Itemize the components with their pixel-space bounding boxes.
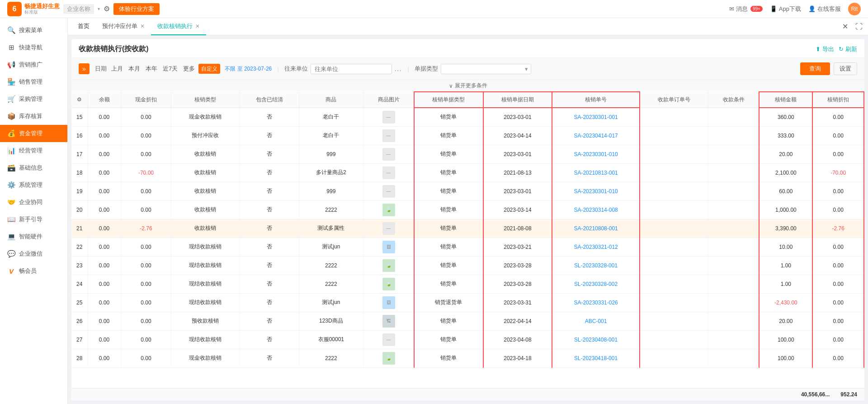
cell-collection-condition	[708, 163, 760, 182]
counterparty-input[interactable]	[311, 64, 392, 74]
tab-home[interactable]: 首页	[71, 18, 96, 35]
app-icon: 📱	[770, 5, 777, 12]
cell-writeoff-amount: 20.00	[759, 145, 812, 163]
cell-writeoff-doc-no[interactable]: SL-20230328-002	[552, 275, 640, 293]
filter-expand-button[interactable]: »	[79, 63, 90, 74]
cell-writeoff-discount: 0.00	[812, 349, 864, 367]
date-7days[interactable]: 近7天	[161, 64, 179, 74]
sidebar-item-system[interactable]: ⚙️ 系统管理	[0, 176, 67, 194]
sidebar-item-finance[interactable]: 💰 资金管理	[0, 125, 67, 142]
cell-writeoff-doc-no[interactable]: SL-20230328-001	[552, 256, 640, 275]
messages-item[interactable]: ✉ 消息 99+	[729, 5, 763, 13]
tab-collection[interactable]: 收款核销执行 ✕	[151, 18, 206, 35]
cell-product-img: 🖼	[363, 293, 414, 312]
cell-balance: 0.00	[88, 293, 121, 312]
sidebar-item-hardware[interactable]: 💻 智能硬件	[0, 228, 67, 245]
doctype-select[interactable]	[441, 64, 531, 74]
sidebar-item-wechat[interactable]: 💬 企业微信	[0, 245, 67, 262]
th-cash-discount: 现金折扣	[121, 92, 171, 108]
table-row: 28 0.00 0.00 现金收款核销 否 2222 🍃 销货单 2023-04…	[71, 349, 864, 367]
cell-collection-order-no	[640, 330, 708, 349]
cell-writeoff-doc-type: 销货单	[414, 219, 483, 238]
sidebar-label-member: 畅会员	[19, 267, 37, 275]
settings-icon[interactable]: ⚙	[104, 5, 110, 13]
trial-button[interactable]: 体验行业方案	[113, 3, 160, 15]
tabs-right: ✕ ⛶	[840, 22, 864, 31]
cell-writeoff-doc-no[interactable]: SA-20210808-001	[552, 219, 640, 238]
cell-writeoff-doc-no[interactable]: SL-20230408-001	[552, 330, 640, 349]
cell-product-img: —	[363, 330, 414, 349]
date-label: 日期	[95, 65, 107, 73]
th-writeoff-discount: 核销折扣	[812, 92, 864, 108]
footer-writeoff-discount: 952.24	[840, 391, 857, 398]
filter-divider-1: |	[277, 66, 278, 72]
refresh-button[interactable]: ↻ 刷新	[839, 45, 857, 53]
sidebar-item-guide[interactable]: 📖 新手引导	[0, 211, 67, 228]
cell-writeoff-doc-no[interactable]: SA-20210813-001	[552, 163, 640, 182]
brand-sub: 标准版	[24, 10, 60, 15]
date-more[interactable]: 更多	[181, 64, 197, 74]
cell-cash-discount: 0.00	[121, 256, 171, 275]
th-settings[interactable]: ⚙	[71, 92, 88, 108]
avatar[interactable]: Rit	[848, 3, 861, 15]
date-this-year[interactable]: 本年	[144, 64, 159, 74]
export-button[interactable]: ⬆ 导出	[816, 45, 834, 53]
cell-writeoff-doc-no[interactable]: SA-20230301-001	[552, 108, 640, 126]
th-cancel-type: 核销类型	[171, 92, 240, 108]
online-service-item[interactable]: 👤 在线客服	[808, 5, 841, 13]
cell-writeoff-doc-date: 2023-03-28	[483, 275, 552, 293]
filter-settings-button[interactable]: 设置	[834, 62, 857, 75]
sidebar-item-sales[interactable]: 🏪 销售管理	[0, 73, 67, 90]
sidebar-item-member[interactable]: V 畅会员	[0, 262, 67, 280]
cell-include-settled: 否	[240, 200, 299, 219]
tab-prepay-close[interactable]: ✕	[140, 23, 145, 29]
sidebar-item-corp[interactable]: 🤝 企业协同	[0, 194, 67, 211]
date-custom[interactable]: 自定义	[198, 64, 220, 74]
cell-writeoff-doc-date: 2023-04-18	[483, 349, 552, 367]
cell-product-img: —	[363, 126, 414, 145]
cell-collection-condition	[708, 182, 760, 200]
cell-writeoff-doc-no[interactable]: SA-20230301-010	[552, 145, 640, 163]
finance-icon: 💰	[7, 129, 15, 138]
tab-close-all-button[interactable]: ✕	[840, 22, 850, 31]
table-row: 25 0.00 0.00 现结收款核销 否 测试jun 🖼 销货退货单 2023…	[71, 293, 864, 312]
query-button[interactable]: 查询	[800, 62, 830, 75]
date-prev-month[interactable]: 上月	[109, 64, 125, 74]
cell-cancel-type: 收款核销	[171, 145, 240, 163]
cell-writeoff-doc-type: 销货单	[414, 238, 483, 256]
cell-no: 18	[71, 163, 88, 182]
cell-writeoff-doc-date: 2023-04-14	[483, 126, 552, 145]
cell-writeoff-doc-no[interactable]: SA-20230314-008	[552, 200, 640, 219]
tab-prepay[interactable]: 预付冲应付单 ✕	[96, 18, 151, 35]
cell-writeoff-doc-no[interactable]: SA-20230414-017	[552, 126, 640, 145]
sidebar-item-marketing[interactable]: 📢 营销推广	[0, 56, 67, 73]
sidebar-label-corp: 企业协同	[19, 198, 42, 206]
app-download-item[interactable]: 📱 App下载	[770, 5, 801, 13]
cell-writeoff-doc-no[interactable]: ABC-001	[552, 312, 640, 330]
cell-writeoff-doc-no[interactable]: SA-20230321-012	[552, 238, 640, 256]
cell-writeoff-doc-no[interactable]: SA-20230331-026	[552, 293, 640, 312]
cell-cancel-type: 预收款核销	[171, 312, 240, 330]
counterparty-filter-group: 往来单位 ...	[284, 64, 402, 74]
cell-writeoff-doc-no[interactable]: SA-20230301-010	[552, 182, 640, 200]
cell-product: 2222	[299, 200, 363, 219]
cell-writeoff-doc-date: 2023-03-01	[483, 145, 552, 163]
cell-collection-order-no	[640, 238, 708, 256]
cell-cash-discount: 0.00	[121, 349, 171, 367]
tab-collection-close[interactable]: ✕	[195, 23, 200, 29]
sidebar-item-inventory[interactable]: 📦 库存核算	[0, 108, 67, 125]
sidebar-item-nav[interactable]: ⊞ 快捷导航	[0, 39, 67, 56]
expand-more-button[interactable]: ∨ 展开更多条件	[449, 82, 487, 90]
cell-writeoff-doc-no[interactable]: SL-20230418-001	[552, 349, 640, 367]
cell-writeoff-doc-date: 2021-08-08	[483, 219, 552, 238]
sidebar-item-search[interactable]: 🔍 搜索菜单	[0, 22, 67, 39]
sidebar-item-basic[interactable]: 🗃️ 基础信息	[0, 159, 67, 176]
cell-product-img: 🍃	[363, 275, 414, 293]
date-this-month[interactable]: 本月	[127, 64, 142, 74]
sidebar-item-purchase[interactable]: 🛒 采购管理	[0, 90, 67, 108]
sidebar-item-business[interactable]: 📊 经营管理	[0, 142, 67, 159]
company-dropdown-icon[interactable]: ▾	[98, 6, 100, 11]
export-icon: ⬆	[816, 46, 821, 52]
tab-expand-button[interactable]: ⛶	[854, 22, 864, 31]
cell-writeoff-amount: 333.00	[759, 126, 812, 145]
